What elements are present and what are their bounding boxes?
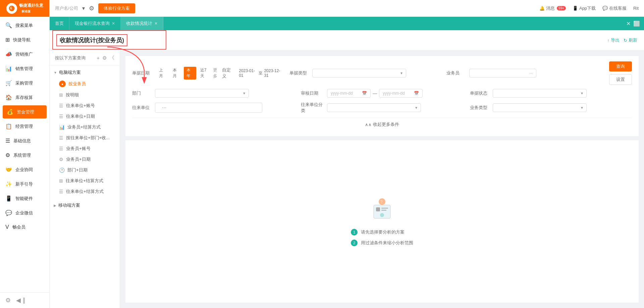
sidebar: 6 畅捷通好生意 标准版 🔍 搜索菜单 ⊞ 快捷导航 📣 营销推广 📊 销售管理…: [0, 0, 50, 308]
dept-select[interactable]: ▾: [155, 89, 249, 98]
tab-home[interactable]: 首页: [50, 17, 69, 30]
close-all-icon[interactable]: ✕: [626, 20, 631, 27]
notification-item[interactable]: 🔔 消息 99+: [539, 5, 566, 11]
scheme-item-label: 往来单位+账号: [66, 103, 95, 109]
scheme-item-dept-date[interactable]: 🕐 部门+日期: [50, 165, 120, 175]
scheme-item-label: 往来单位+结算方式: [66, 178, 103, 184]
biz-type-select[interactable]: ▾: [493, 103, 587, 112]
sidebar-item-label: 搜索菜单: [15, 22, 33, 29]
partner-category-select[interactable]: ▾: [327, 103, 421, 112]
export-label: 导出: [611, 37, 620, 43]
filter-section: 单据日期 上月 本月 本年 近7天 更多 自定义 2023-01-01: [125, 56, 639, 136]
salesperson-select[interactable]: ···: [469, 69, 536, 78]
scheme-item-label: 按往来单位+部门+收...: [66, 135, 110, 141]
bottom-settings-icon[interactable]: ⚙: [5, 297, 11, 304]
bank-flow-close-icon[interactable]: ✕: [112, 21, 115, 26]
sidebar-item-purchase[interactable]: 🛒 采购管理: [0, 76, 49, 90]
shortcut-custom[interactable]: 自定义: [222, 67, 233, 79]
settings-button[interactable]: 设置: [609, 74, 632, 85]
shortcut-more[interactable]: 更多: [213, 67, 221, 79]
scheme-item-partner-account[interactable]: ☰ 往来单位+账号: [50, 100, 120, 111]
mobile-group-header[interactable]: ▶ 移动端方案: [50, 200, 120, 211]
collection-close-icon[interactable]: ✕: [154, 21, 158, 26]
query-buttons: 查询 设置: [609, 61, 632, 85]
app-download-item[interactable]: 📱 App下载: [573, 5, 596, 11]
maximize-icon[interactable]: ⬜: [633, 20, 640, 27]
scheme-item-salesperson-account[interactable]: ☰ 业务员+账号: [50, 143, 120, 154]
scheme-item-partner-date[interactable]: ☰ 往来单位+日期: [50, 111, 120, 122]
audit-date-label: 审核日期: [301, 90, 324, 96]
sidebar-item-marketing[interactable]: 📣 营销推广: [0, 47, 49, 61]
sidebar-item-label: 经营管理: [15, 123, 33, 130]
shortcut-this-year[interactable]: 本年: [184, 67, 196, 80]
sidebar-item-sales[interactable]: 📊 销售管理: [0, 61, 49, 76]
audit-date-end-input[interactable]: yyyy-mm-dd 📅: [379, 89, 423, 98]
refresh-icon: ↻: [624, 38, 627, 43]
desktop-group-header[interactable]: ▼ 电脑端方案: [50, 67, 120, 78]
mobile-scheme-group: ▶ 移动端方案: [50, 198, 120, 212]
svg-rect-3: [376, 207, 380, 211]
partner-filter-group: 往来单位 ···: [132, 103, 294, 113]
scheme-item-partner-dept-collect[interactable]: ☰ 按往来单位+部门+收...: [50, 133, 120, 143]
sidebar-nav: 🔍 搜索菜单 ⊞ 快捷导航 📣 营销推广 📊 销售管理 🛒 采购管理 🏠 库存核…: [0, 17, 49, 292]
online-service-item[interactable]: 💬 在线客服: [602, 5, 627, 11]
sidebar-item-enterprise[interactable]: 🤝 企业协同: [0, 162, 49, 177]
sidebar-item-finance[interactable]: 💰 资金管理: [3, 105, 47, 118]
tab-collection[interactable]: 收款情况统计 ✕: [121, 17, 163, 30]
shortcut-last-month[interactable]: 上月: [156, 67, 169, 80]
step-1-text: 请先选择要分析的方案: [361, 229, 405, 235]
scheme-item-salesperson-settle[interactable]: 📊 业务员+结算方式: [50, 122, 120, 133]
solution-button[interactable]: 体验行业方案: [98, 3, 135, 13]
enterprise-icon: 🤝: [5, 166, 12, 173]
quick-nav-icon: ⊞: [5, 37, 10, 43]
wechat-icon: 💬: [5, 210, 12, 216]
doc-type-select[interactable]: ▾: [312, 69, 406, 78]
sidebar-item-search-menu[interactable]: 🔍 搜索菜单: [0, 18, 49, 33]
detail-icon: ⊞: [59, 92, 63, 98]
sidebar-item-system[interactable]: ⚙ 系统管理: [0, 148, 49, 162]
shortcut-this-month[interactable]: 本月: [170, 67, 182, 80]
scheme-settings-icon[interactable]: ⚙: [102, 55, 107, 61]
refresh-button[interactable]: ↻ 刷新: [624, 37, 637, 43]
audit-date-filter-group: 审核日期 yyyy-mm-dd 📅 — yyyy-mm-dd 📅: [301, 89, 463, 98]
app-logo: 6 畅捷通好生意 标准版: [0, 0, 49, 17]
collapse-button[interactable]: ∧∧ 收起更多条件: [132, 118, 632, 131]
collapse-panel-icon[interactable]: 《: [109, 55, 114, 61]
scheme-item-partner-settle2[interactable]: ☰ 往来单位+结算方式: [50, 186, 120, 197]
scheme-item-by-detail[interactable]: ⊞ 按明细: [50, 90, 120, 100]
scheme-item-by-salesperson[interactable]: ● 按业务员: [50, 78, 120, 90]
audit-date-start-input[interactable]: yyyy-mm-dd 📅: [327, 89, 371, 98]
doc-status-select[interactable]: ▾: [493, 89, 587, 98]
query-button[interactable]: 查询: [609, 61, 632, 71]
partner-select[interactable]: ···: [155, 103, 262, 113]
header-gear-icon[interactable]: ⚙: [89, 5, 94, 12]
empty-step-2: 2 用过滤条件来缩小分析范围: [351, 240, 413, 246]
salesperson-ellipsis: ···: [529, 71, 533, 75]
sidebar-item-guide[interactable]: ✨ 新手引导: [0, 177, 49, 191]
biz-type-filter-group: 业务类型 ▾: [470, 103, 632, 112]
export-button[interactable]: ↑ 导出: [607, 37, 620, 43]
scheme-item-salesperson-date[interactable]: ⚙ 业务员+日期: [50, 154, 120, 165]
tab-bar: 首页 现金银行流水查询 ✕ 收款情况统计 ✕ ✕ ⬜: [50, 17, 644, 30]
sidebar-item-wechat[interactable]: 💬 企业微信: [0, 206, 49, 220]
add-scheme-icon[interactable]: +: [97, 55, 100, 61]
dropdown-icon[interactable]: ▾: [82, 5, 85, 11]
sidebar-item-operation[interactable]: 📋 经营管理: [0, 119, 49, 134]
shortcut-last7[interactable]: 近7天: [198, 67, 212, 80]
sidebar-item-vip[interactable]: V 畅会员: [0, 220, 49, 234]
user-name-item[interactable]: Rit: [633, 6, 639, 11]
sidebar-item-quick-nav[interactable]: ⊞ 快捷导航: [0, 33, 49, 47]
audit-date-range: yyyy-mm-dd 📅 — yyyy-mm-dd 📅: [327, 89, 423, 98]
bottom-collapse-icon[interactable]: ◀ ‖: [16, 297, 25, 304]
sidebar-item-inventory[interactable]: 🏠 库存核算: [0, 90, 49, 105]
refresh-label: 刷新: [629, 37, 637, 43]
sidebar-item-hardware[interactable]: 📱 智能硬件: [0, 191, 49, 206]
bank-flow-label: 现金银行流水查询: [75, 20, 110, 27]
scheme-item-partner-settle1[interactable]: ⊞ 往来单位+结算方式: [50, 175, 120, 186]
sidebar-item-basic[interactable]: ☰ 基础信息: [0, 134, 49, 148]
partner-category-dropdown-icon: ▾: [415, 105, 417, 110]
tab-bank-flow[interactable]: 现金银行流水查询 ✕: [69, 17, 121, 30]
partner-dots-icon: ···: [162, 105, 166, 111]
partner-category-label: 往来单位分类: [301, 102, 324, 114]
dept-filter-group: 部门 ▾: [132, 89, 294, 98]
